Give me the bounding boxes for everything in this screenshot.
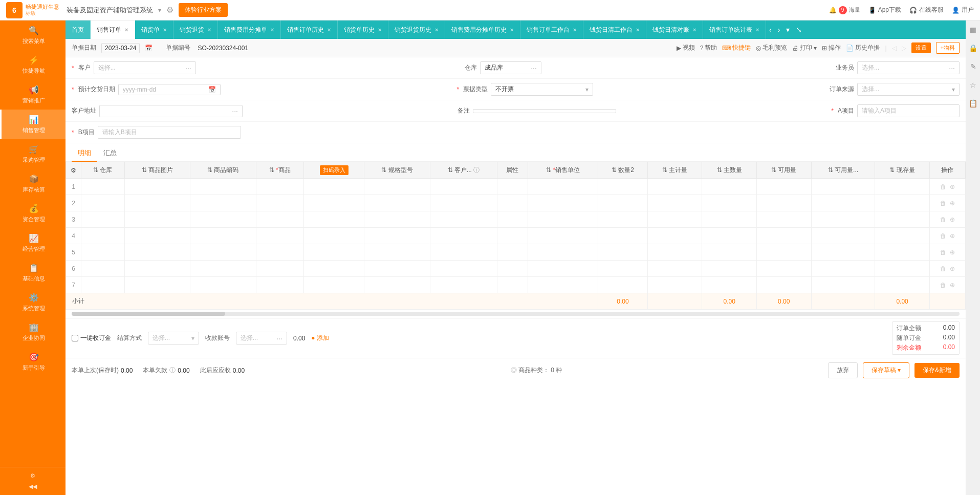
- row-7-available-qty[interactable]: [756, 277, 811, 293]
- row-1-delete-icon[interactable]: 🗑: [940, 183, 946, 190]
- right-panel-icon-2[interactable]: 🔒: [968, 43, 978, 53]
- row-3-product[interactable]: [256, 211, 303, 228]
- row-4-spec[interactable]: [364, 228, 430, 244]
- col-settings[interactable]: ⚙: [66, 162, 81, 179]
- row-3-spec[interactable]: [364, 211, 430, 228]
- tab-sales-return-history-close[interactable]: ✕: [378, 27, 382, 33]
- row-5-qty2[interactable]: [598, 244, 648, 261]
- tab-sales-fee-history[interactable]: 销售费用分摊单历史 ✕: [445, 20, 520, 39]
- tab-sales-refund-close[interactable]: ✕: [207, 27, 211, 33]
- row-4-delete-icon[interactable]: 🗑: [940, 232, 946, 240]
- a-project-input[interactable]: 请输入A项目: [857, 104, 960, 117]
- row-5-spec[interactable]: [364, 244, 430, 261]
- row-1-main-qty[interactable]: [702, 179, 757, 195]
- row-6-product[interactable]: [256, 261, 303, 277]
- tab-sales-order-close[interactable]: ✕: [124, 27, 128, 33]
- row-5-main-qty[interactable]: [702, 244, 757, 261]
- row-2-sales-unit[interactable]: [528, 195, 598, 211]
- sidebar-item-system[interactable]: ⚙️ 系统管理: [0, 288, 66, 317]
- row-7-copy-icon[interactable]: ⊕: [950, 282, 955, 289]
- row-7-sales-unit[interactable]: [528, 277, 598, 293]
- sidebar-item-quick-nav[interactable]: ⚡ 快捷导航: [0, 50, 66, 80]
- row-5-main-unit[interactable]: [647, 244, 702, 261]
- row-2-main-unit[interactable]: [647, 195, 702, 211]
- row-1-qty2[interactable]: [598, 179, 648, 195]
- row-3-available-qty[interactable]: [756, 211, 811, 228]
- row-4-product-code[interactable]: [190, 228, 256, 244]
- row-6-attribute[interactable]: [497, 261, 528, 277]
- row-7-available2[interactable]: [811, 277, 875, 293]
- tab-next-button[interactable]: ›: [775, 26, 783, 34]
- order-source-input[interactable]: 选择... ▾: [857, 83, 960, 96]
- row-5-customer-code[interactable]: [430, 244, 497, 261]
- row-7-product-image[interactable]: [124, 277, 190, 293]
- row-3-attribute[interactable]: [497, 211, 528, 228]
- row-7-customer-code[interactable]: [430, 277, 497, 293]
- sidebar-item-operations[interactable]: 📈 经营管理: [0, 228, 66, 258]
- settings-btn[interactable]: 设置: [911, 42, 931, 53]
- row-3-delete-icon[interactable]: 🗑: [940, 216, 946, 223]
- tab-cash-reconcile-close[interactable]: ✕: [692, 27, 696, 33]
- row-3-copy-icon[interactable]: ⊕: [950, 216, 955, 223]
- row-6-main-unit[interactable]: [647, 261, 702, 277]
- account-more-icon[interactable]: ···: [276, 334, 282, 342]
- tab-sales-order-workbench-close[interactable]: ✕: [573, 27, 577, 33]
- tab-sales-order-workbench[interactable]: 销售订单工作台 ✕: [520, 20, 583, 39]
- row-1-available-qty[interactable]: [756, 179, 811, 195]
- discard-button[interactable]: 放弃: [828, 362, 858, 378]
- history-btn[interactable]: 📄 历史单据: [846, 44, 880, 52]
- save-draft-dropdown-icon[interactable]: ▾: [898, 367, 901, 374]
- tab-sales-order[interactable]: 销售订单 ✕: [91, 20, 135, 39]
- row-1-warehouse[interactable]: [81, 179, 125, 195]
- row-6-spec[interactable]: [364, 261, 430, 277]
- salesman-input[interactable]: 选择... ···: [857, 61, 960, 74]
- row-1-product-image[interactable]: [124, 179, 190, 195]
- tab-sales-fee-history-close[interactable]: ✕: [510, 27, 514, 33]
- row-1-attribute[interactable]: [497, 179, 528, 195]
- tab-sales-return[interactable]: 销货单 ✕: [135, 20, 173, 39]
- invoice-type-select[interactable]: 不开票 ▾: [491, 83, 593, 96]
- operations-btn[interactable]: ⊞ 操作: [822, 44, 841, 52]
- right-panel-icon-4[interactable]: ☆: [968, 80, 978, 90]
- row-6-available-qty[interactable]: [756, 261, 811, 277]
- tab-dropdown-button[interactable]: ▾: [783, 26, 793, 34]
- row-7-product[interactable]: [256, 277, 303, 293]
- shortcut-btn[interactable]: ⌨ 快捷键: [722, 44, 751, 52]
- row-3-customer-code[interactable]: [430, 211, 497, 228]
- row-6-qty2[interactable]: [598, 261, 648, 277]
- online-service[interactable]: 🎧 在线客服: [909, 6, 944, 14]
- row-4-copy-icon[interactable]: ⊕: [950, 232, 955, 240]
- view-video-btn[interactable]: ▶ 视频: [677, 44, 695, 52]
- tab-sales-refund[interactable]: 销货退货 ✕: [173, 20, 218, 39]
- tab-prev-button[interactable]: ‹: [766, 26, 775, 34]
- payment-method-select[interactable]: 选择... ▾: [148, 332, 199, 345]
- customer-address-input[interactable]: ···: [99, 105, 243, 117]
- tab-cash-reconcile[interactable]: 钱货日清对账 ✕: [646, 20, 703, 39]
- tab-sales-refund-history-close[interactable]: ✕: [434, 27, 439, 33]
- tab-home[interactable]: 首页: [66, 20, 91, 39]
- address-more-icon[interactable]: ···: [232, 107, 238, 115]
- table-scrollbar[interactable]: [72, 312, 960, 316]
- row-3-sales-unit[interactable]: [528, 211, 598, 228]
- row-1-copy-icon[interactable]: ⊕: [950, 183, 955, 190]
- row-5-delete-icon[interactable]: 🗑: [940, 249, 946, 256]
- right-panel-icon-5[interactable]: 📋: [968, 98, 978, 109]
- row-3-product-code[interactable]: [190, 211, 256, 228]
- row-1-main-unit[interactable]: [647, 179, 702, 195]
- dropdown-arrow-icon[interactable]: ▾: [158, 7, 161, 14]
- row-2-main-qty[interactable]: [702, 195, 757, 211]
- row-4-attribute[interactable]: [497, 228, 528, 244]
- row-1-sales-unit[interactable]: [528, 179, 598, 195]
- add-btn[interactable]: ● 添加: [311, 334, 329, 342]
- row-1-product-code[interactable]: [190, 179, 256, 195]
- row-2-available-qty[interactable]: [756, 195, 811, 211]
- detail-tab-summary[interactable]: 汇总: [97, 145, 123, 162]
- b-project-input[interactable]: 请输入B项目: [98, 126, 241, 139]
- row-3-qty2[interactable]: [598, 211, 648, 228]
- row-5-stock-qty[interactable]: [875, 244, 930, 261]
- row-3-main-unit[interactable]: [647, 211, 702, 228]
- delivery-date-input[interactable]: yyyy-mm-dd 📅: [118, 84, 221, 95]
- app-download[interactable]: 📱 App下载: [868, 6, 901, 14]
- row-7-qty2[interactable]: [598, 277, 648, 293]
- row-1-available2[interactable]: [811, 179, 875, 195]
